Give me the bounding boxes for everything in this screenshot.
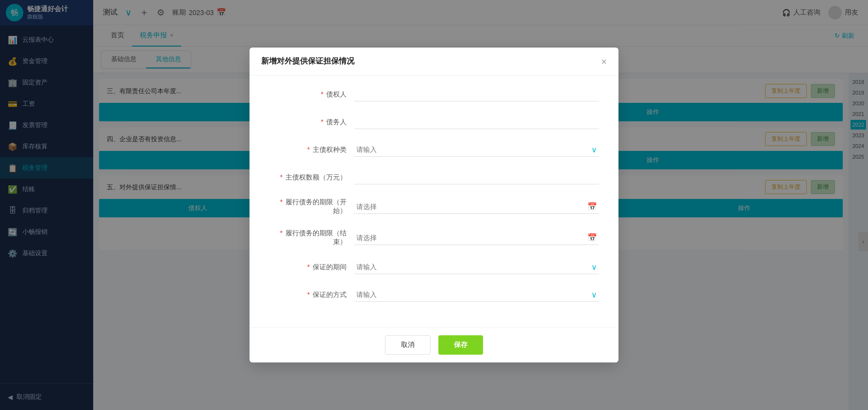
dialog-header: 新增对外提供保证担保情况 × (250, 48, 618, 76)
required-star: * (280, 198, 283, 206)
form-row-claim-amount: * 主债权数额（万元） (269, 170, 599, 184)
form-row-claim-type: * 主债权种类 ∨ (269, 143, 599, 157)
obligation-start-wrapper: 📅 (354, 200, 599, 214)
guarantee-period-select-wrapper: ∨ (354, 260, 599, 274)
claim-type-select-wrapper: ∨ (354, 143, 599, 157)
form-row-obligation-start: * 履行债务的期限（开始） 📅 (269, 198, 599, 215)
claim-type-label: * 主债权种类 (269, 146, 347, 154)
save-button[interactable]: 保存 (438, 335, 483, 355)
dialog-close-button[interactable]: × (601, 57, 607, 66)
obligation-start-input[interactable] (354, 200, 599, 213)
claim-amount-label: * 主债权数额（万元） (269, 173, 347, 182)
required-star: * (307, 291, 310, 298)
required-star: * (321, 90, 323, 98)
required-star: * (321, 118, 323, 126)
obligation-start-label: * 履行债务的期限（开始） (269, 198, 347, 215)
guarantee-method-input[interactable] (354, 288, 599, 301)
cancel-button[interactable]: 取消 (385, 335, 431, 355)
required-star: * (280, 229, 283, 237)
required-star: * (307, 263, 310, 271)
form-row-obligation-end: * 履行债务的期限（结束） 📅 (269, 229, 599, 246)
form-row-creditor: * 债权人 (269, 87, 599, 101)
claim-type-input[interactable] (354, 143, 599, 156)
dialog-body: * 债权人 * 债务人 * 主债权种类 (250, 76, 618, 327)
dialog-overlay: 新增对外提供保证担保情况 × * 债权人 * 债务人 (0, 0, 868, 410)
obligation-end-wrapper: 📅 (354, 231, 599, 245)
obligation-start-calendar-icon[interactable]: 📅 (587, 202, 597, 211)
claim-type-dropdown-icon[interactable]: ∨ (591, 145, 597, 154)
form-row-guarantee-method: * 保证的方式 ∨ (269, 288, 599, 302)
debtor-label: * 债务人 (269, 118, 347, 127)
guarantee-method-select-wrapper: ∨ (354, 288, 599, 302)
obligation-end-input[interactable] (354, 231, 599, 245)
dialog: 新增对外提供保证担保情况 × * 债权人 * 债务人 (250, 48, 618, 362)
dialog-footer: 取消 保存 (250, 327, 618, 362)
debtor-input[interactable] (354, 115, 599, 129)
form-row-guarantee-period: * 保证的期间 ∨ (269, 260, 599, 274)
creditor-label: * 债权人 (269, 90, 347, 99)
guarantee-period-dropdown-icon[interactable]: ∨ (591, 262, 597, 272)
guarantee-period-label: * 保证的期间 (269, 263, 347, 272)
creditor-input[interactable] (354, 87, 599, 101)
form-row-debtor: * 债务人 (269, 115, 599, 129)
claim-amount-input[interactable] (354, 170, 599, 184)
dialog-title: 新增对外提供保证担保情况 (261, 56, 354, 66)
obligation-end-label: * 履行债务的期限（结束） (269, 229, 347, 246)
obligation-end-calendar-icon[interactable]: 📅 (587, 233, 597, 242)
guarantee-period-input[interactable] (354, 260, 599, 274)
required-star: * (307, 146, 310, 153)
required-star: * (280, 173, 283, 181)
guarantee-method-label: * 保证的方式 (269, 291, 347, 299)
guarantee-method-dropdown-icon[interactable]: ∨ (591, 290, 597, 299)
